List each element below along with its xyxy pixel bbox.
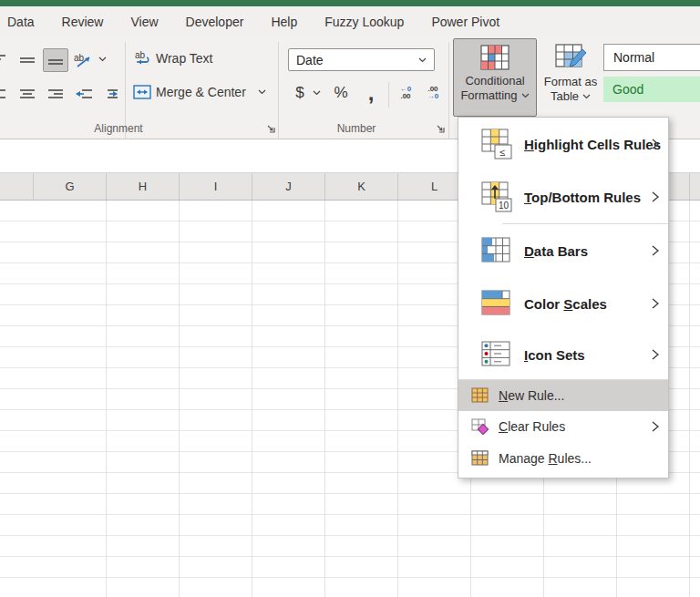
- menu-item-highlight-cells-rules[interactable]: ≤ Highlight Cells Rules: [458, 118, 668, 170]
- svg-text:≤: ≤: [499, 147, 505, 158]
- format-as-table-label-line1: Format as: [544, 75, 598, 89]
- wrap-text-button[interactable]: ab Wrap Text: [133, 50, 213, 67]
- new-rule-icon: [471, 387, 489, 404]
- alignment-group-label: Alignment: [36, 122, 201, 135]
- top-bottom-rules-icon: 10: [480, 180, 517, 213]
- format-as-table-chevron-icon: [582, 94, 591, 99]
- svg-text:10: 10: [499, 201, 510, 211]
- tab-fuzzy-lookup[interactable]: Fuzzy Lookup: [324, 15, 404, 29]
- merge-center-chevron-icon[interactable]: [258, 89, 266, 95]
- currency-chevron-icon[interactable]: [313, 90, 321, 96]
- number-format-select[interactable]: Date: [288, 48, 435, 71]
- merge-center-icon: [133, 85, 151, 99]
- conditional-formatting-label-line1: Conditional: [460, 74, 529, 88]
- tab-data[interactable]: Data: [7, 15, 35, 29]
- decrease-indent-button[interactable]: [71, 82, 97, 106]
- orientation-button[interactable]: ab: [73, 48, 95, 72]
- percent-label: %: [334, 84, 347, 102]
- tab-view[interactable]: View: [130, 15, 158, 29]
- orientation-icon: ab: [74, 52, 94, 68]
- menu-item-label: Manage Rules...: [499, 451, 592, 466]
- column-header-stub[interactable]: [0, 173, 34, 200]
- increase-indent-button[interactable]: [97, 82, 122, 106]
- title-bar-strip: [0, 0, 700, 6]
- align-left-icon: [0, 87, 6, 100]
- align-right-icon: [47, 87, 64, 100]
- align-bottom-button[interactable]: [43, 48, 68, 72]
- submenu-arrow-icon: [652, 420, 659, 433]
- percent-style-button[interactable]: %: [328, 80, 354, 106]
- orientation-chevron-icon[interactable]: [98, 57, 107, 62]
- increase-decimal-bottom: .00: [400, 92, 410, 100]
- menu-item-icon-sets[interactable]: Icon Sets: [458, 330, 668, 379]
- number-dialog-launcher-icon[interactable]: [435, 123, 446, 134]
- menu-item-label: Color Scales: [524, 296, 607, 312]
- excel-window: Data Review View Developer Help Fuzzy Lo…: [0, 0, 700, 597]
- alignment-dialog-launcher-icon[interactable]: [265, 123, 276, 134]
- wrap-text-label: Wrap Text: [156, 51, 213, 66]
- color-scales-icon: [480, 287, 517, 320]
- conditional-formatting-icon: [480, 45, 510, 70]
- style-good[interactable]: Good: [603, 77, 700, 102]
- cell-styles-gallery: Normal Good: [603, 44, 700, 102]
- currency-label: $: [295, 84, 304, 102]
- submenu-arrow-icon: [652, 297, 659, 310]
- wrap-text-icon: ab: [133, 50, 151, 67]
- column-header-J[interactable]: J: [252, 173, 325, 200]
- svg-text:ab: ab: [135, 50, 146, 60]
- align-middle-icon: [19, 54, 36, 67]
- decrease-indent-icon: [75, 87, 93, 100]
- menu-item-manage-rules[interactable]: Manage Rules...: [458, 442, 668, 475]
- orientation-ab-text: ab: [74, 53, 85, 63]
- menu-item-label: Clear Rules: [499, 419, 565, 434]
- decrease-decimal-button[interactable]: .00 →0: [421, 80, 445, 106]
- ribbon-separator: [448, 42, 449, 151]
- style-normal-label: Normal: [613, 50, 654, 65]
- menu-item-data-bars[interactable]: Data Bars: [458, 224, 668, 277]
- conditional-formatting-button[interactable]: Conditional Formatting: [453, 38, 537, 117]
- menu-item-label: Top/Bottom Rules: [524, 190, 641, 205]
- align-middle-button[interactable]: [15, 48, 40, 72]
- menu-item-new-rule[interactable]: New Rule...: [458, 380, 668, 411]
- column-header-G[interactable]: G: [34, 173, 107, 200]
- style-normal[interactable]: Normal: [603, 44, 700, 71]
- conditional-formatting-label-line2: Formatting: [460, 88, 517, 103]
- tab-review[interactable]: Review: [62, 15, 104, 29]
- menu-item-color-scales[interactable]: Color Scales: [458, 277, 668, 330]
- format-as-table-icon: [555, 44, 586, 71]
- menu-item-label: Highlight Cells Rules: [524, 137, 661, 152]
- tab-power-pivot[interactable]: Power Pivot: [431, 15, 499, 29]
- align-right-button[interactable]: [43, 82, 68, 106]
- menu-item-clear-rules[interactable]: Clear Rules: [458, 411, 668, 442]
- comma-style-button[interactable]: ,: [361, 80, 381, 106]
- tab-developer[interactable]: Developer: [186, 15, 244, 29]
- align-center-icon: [19, 87, 36, 100]
- align-center-button[interactable]: [15, 82, 40, 106]
- increase-decimal-button[interactable]: ←0 .00: [394, 80, 417, 106]
- submenu-arrow-icon: [652, 138, 659, 150]
- increase-indent-icon: [100, 87, 118, 100]
- align-top-button[interactable]: [0, 48, 11, 72]
- align-left-button[interactable]: [0, 82, 11, 106]
- conditional-formatting-chevron-icon: [521, 93, 530, 98]
- submenu-arrow-icon: [652, 348, 659, 361]
- merge-center-label: Merge & Center: [156, 85, 246, 99]
- ribbon-tab-bar: Data Review View Developer Help Fuzzy Lo…: [0, 6, 700, 36]
- number-group-label: Number: [288, 122, 425, 135]
- column-header-I[interactable]: I: [180, 173, 252, 200]
- align-top-icon: [0, 54, 6, 67]
- column-header-K[interactable]: K: [325, 173, 398, 200]
- merge-center-button[interactable]: Merge & Center: [133, 85, 266, 99]
- menu-item-label: Data Bars: [524, 243, 588, 259]
- column-header-H[interactable]: H: [107, 173, 180, 200]
- manage-rules-icon: [471, 450, 489, 467]
- align-bottom-icon: [47, 54, 64, 67]
- decrease-decimal-bottom: →0: [427, 92, 438, 100]
- format-as-table-button[interactable]: Format as Table: [540, 38, 602, 117]
- menu-item-top-bottom-rules[interactable]: 10 Top/Bottom Rules: [458, 170, 668, 223]
- data-bars-icon: [480, 234, 517, 267]
- menu-item-label: New Rule...: [499, 388, 564, 403]
- currency-button[interactable]: $: [290, 80, 310, 106]
- ribbon-separator: [388, 82, 389, 108]
- tab-help[interactable]: Help: [271, 15, 297, 29]
